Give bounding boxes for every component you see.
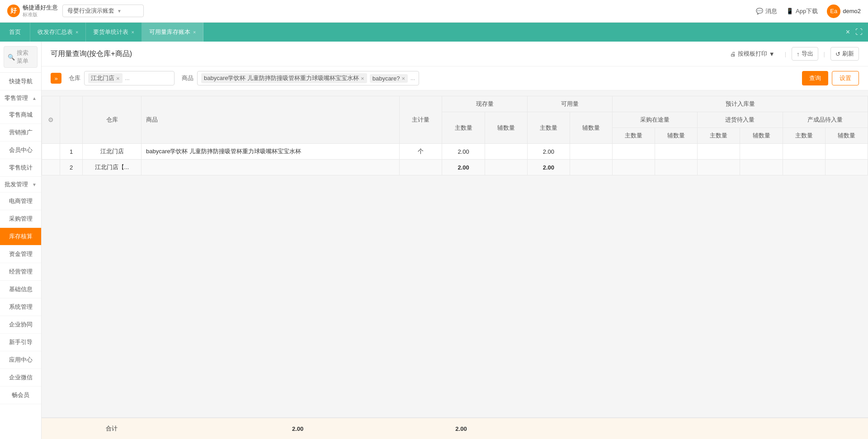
member-center-label: 会员中心	[9, 146, 33, 154]
footer-settings-col	[42, 422, 60, 435]
sidebar-item-system[interactable]: 系统管理	[0, 298, 41, 316]
tab-order-stats-label: 要货单统计表	[93, 28, 128, 36]
filter-bar: » 仓库 江北门店 × ... 商品 babycare学饮杯 儿童防摔防撞吸管杯…	[42, 66, 868, 90]
top-bar-left: 好 畅捷通好生意 标准版 母婴行业演示账套 ▼	[7, 4, 144, 19]
tab-home[interactable]: 首页	[0, 23, 30, 42]
expand-icon: »	[54, 75, 57, 82]
table-footer: 合计 2.00 2.00	[42, 417, 868, 439]
sidebar-item-enterprise-collab[interactable]: 企业协同	[0, 316, 41, 334]
print-dropdown-icon: ▼	[769, 51, 775, 57]
tab-receipts[interactable]: 收发存汇总表 ×	[30, 23, 86, 42]
sidebar-item-enterprise-wechat[interactable]: 企业微信	[0, 369, 41, 387]
sidebar-search-area: 🔍 搜索菜单	[0, 42, 41, 73]
tab-available-stock[interactable]: 可用量库存账本 ×	[142, 23, 203, 42]
footer-table: 合计 2.00 2.00	[42, 422, 868, 435]
product-label: 商品	[182, 74, 193, 82]
tab-home-label: 首页	[9, 28, 21, 36]
top-bar: 好 畅捷通好生意 标准版 母婴行业演示账套 ▼ 💬 消息 📱 App下载 Ea …	[0, 0, 868, 23]
sidebar-item-finance[interactable]: 资金管理	[0, 245, 41, 263]
export-label: 导出	[802, 50, 813, 58]
brand-logo: 好 畅捷通好生意 标准版	[7, 4, 58, 19]
nav-tabs: 首页 收发存汇总表 × 要货单统计表 × 可用量库存账本 × × ⛶	[0, 23, 868, 42]
product-tag-1-close[interactable]: ×	[361, 75, 364, 82]
brand-icon: 好	[7, 5, 20, 17]
th-incoming-pending: 进货待入量	[698, 112, 783, 128]
sidebar-item-wholesale-mgmt[interactable]: 批发管理 ▼	[0, 177, 41, 193]
print-label: 按模板打印	[738, 50, 767, 58]
refresh-icon: ↺	[835, 51, 840, 57]
row-incoming-aux	[740, 144, 783, 160]
th-no	[60, 96, 83, 144]
content-area: 可用量查询(按仓库+商品) 🖨 按模板打印 ▼ | ↑ 导出 | ↺ 刷新	[42, 42, 868, 439]
tenant-dropdown-arrow: ▼	[117, 9, 122, 14]
refresh-btn[interactable]: ↺ 刷新	[830, 47, 859, 61]
sidebar-item-new-guide[interactable]: 新手引导	[0, 334, 41, 351]
group-no: 2	[60, 160, 83, 175]
th-current-stock: 现存量	[442, 96, 527, 112]
warehouse-more-btn[interactable]: ...	[125, 75, 130, 81]
footer-label: 合计	[82, 422, 141, 435]
tenant-selector[interactable]: 母婴行业演示账套 ▼	[62, 5, 144, 17]
sidebar-search-btn[interactable]: 🔍 搜索菜单	[4, 46, 38, 68]
sidebar-item-basic-info[interactable]: 基础信息	[0, 281, 41, 298]
sidebar-item-ecommerce[interactable]: 电商管理	[0, 193, 41, 210]
settings-button[interactable]: 设置	[832, 71, 859, 85]
column-settings-icon[interactable]: ⚙	[48, 116, 54, 123]
th-available-main: 主数量	[527, 112, 570, 144]
row-warehouse: 江北门店	[83, 144, 142, 160]
tab-available-stock-label: 可用量库存账本	[149, 28, 190, 36]
th-settings: ⚙	[42, 96, 60, 144]
sidebar-item-vip-member[interactable]: 畅会员	[0, 387, 41, 404]
sidebar-item-quick-nav[interactable]: 快捷导航	[0, 73, 41, 90]
print-template-btn[interactable]: 🖨 按模板打印 ▼	[726, 47, 779, 60]
group-warehouse: 江北门店【...	[83, 160, 142, 175]
tab-order-stats-close[interactable]: ×	[131, 29, 134, 35]
sidebar-item-retail-mgmt[interactable]: 零售管理 ▲	[0, 90, 41, 106]
group-unit	[400, 160, 442, 175]
footer-product-col	[141, 422, 191, 435]
filter-expand-btn[interactable]: »	[51, 73, 61, 84]
message-action[interactable]: 💬 消息	[756, 7, 777, 15]
warehouse-tag-close[interactable]: ×	[116, 75, 120, 82]
product-tags-input[interactable]: babycare学饮杯 儿童防摔防撞吸管杯重力球吸嘴杯宝宝水杯 × babyca…	[197, 71, 419, 85]
sidebar-item-purchase[interactable]: 采购管理	[0, 210, 41, 228]
th-incoming-aux: 辅数量	[740, 128, 783, 144]
maximize-btn[interactable]: ⛶	[855, 28, 863, 36]
app-download-action[interactable]: 📱 App下载	[786, 7, 818, 15]
search-label: 搜索菜单	[17, 49, 33, 65]
quick-nav-label: 快捷导航	[9, 77, 33, 85]
sidebar-item-marketing[interactable]: 营销推广	[0, 124, 41, 142]
tab-order-stats[interactable]: 要货单统计表 ×	[86, 23, 142, 42]
enterprise-collab-label: 企业协同	[9, 321, 33, 329]
product-tag-1: babycare学饮杯 儿童防摔防撞吸管杯重力球吸嘴杯宝宝水杯 ×	[201, 73, 367, 83]
sidebar-item-operations[interactable]: 经营管理	[0, 263, 41, 281]
user-profile[interactable]: Ea demo2	[827, 5, 861, 18]
retail-mgmt-label: 零售管理	[5, 94, 28, 102]
group-available-main: 2.00	[527, 160, 570, 175]
row-unit: 个	[400, 144, 442, 160]
sidebar-item-member-center[interactable]: 会员中心	[0, 142, 41, 159]
sidebar-item-inventory[interactable]: 库存核算	[0, 228, 41, 245]
sidebar-item-retail-mall[interactable]: 零售商城	[0, 106, 41, 124]
close-all-tabs-btn[interactable]: ×	[846, 28, 850, 36]
tab-receipts-close[interactable]: ×	[75, 29, 78, 35]
tab-receipts-label: 收发存汇总表	[38, 28, 73, 36]
query-button[interactable]: 查询	[802, 71, 828, 85]
product-tag-2-close[interactable]: ×	[401, 75, 405, 82]
sidebar-item-retail-stats[interactable]: 零售统计	[0, 159, 41, 177]
product-more-btn[interactable]: ...	[410, 75, 415, 81]
wholesale-mgmt-arrow: ▼	[32, 182, 37, 187]
export-btn[interactable]: ↑ 导出	[792, 47, 818, 61]
finance-label: 资金管理	[9, 250, 33, 258]
row-purchase-aux	[655, 144, 698, 160]
enterprise-wechat-label: 企业微信	[9, 373, 33, 382]
inventory-label: 库存核算	[9, 232, 33, 241]
brand-sub: 标准版	[23, 11, 58, 18]
group-incoming-main	[698, 160, 740, 175]
sidebar-item-app-center[interactable]: 应用中心	[0, 351, 41, 369]
tab-available-stock-close[interactable]: ×	[193, 29, 196, 35]
group-purchase-aux	[655, 160, 698, 175]
tenant-name: 母婴行业演示账套	[67, 7, 114, 15]
warehouse-tags-input[interactable]: 江北门店 × ...	[84, 71, 175, 85]
retail-mgmt-arrow: ▲	[32, 96, 37, 101]
